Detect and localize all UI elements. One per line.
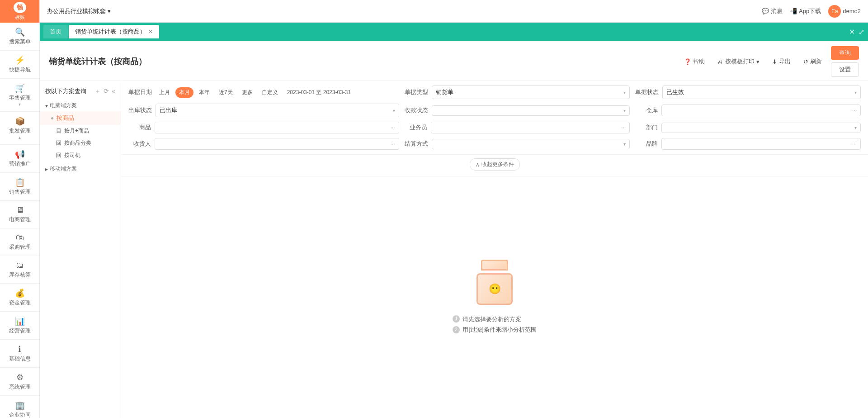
sidebar-item-search[interactable]: 🔍 搜索菜单 [0,23,39,51]
print-icon: 🖨 [717,58,723,65]
operations-icon: 📊 [15,316,25,326]
out-status-select[interactable]: 已出库 ▾ [156,104,399,117]
payment-status-select[interactable]: ▾ [432,105,630,116]
sidebar-item-inventory[interactable]: 🗂 库存核算 [0,256,39,284]
help-btn[interactable]: ❓ 帮助 [680,56,708,67]
sidebar-item-sales[interactable]: 📋 销售管理 [0,173,39,201]
empty-state: 😶 1 请先选择要分析的方案 2 用[过滤]条件来缩小分析范围 [121,176,868,418]
warehouse-label: 仓库 [635,106,658,114]
app-download-btn[interactable]: 📲 App下载 [790,7,821,15]
logo-icon: 畅 [14,2,26,13]
settle-select[interactable]: ▾ [432,139,630,149]
sidebar-item-operations[interactable]: 📊 经营管理 [0,312,39,340]
dept-select[interactable]: ▾ [661,123,861,133]
doc-status-value: 已生效 [666,88,684,96]
salesman-dots-icon: ··· [621,124,626,131]
sidebar-item-marketing[interactable]: 📢 营销推广 [0,145,39,173]
scheme-collapse-icon[interactable]: « [112,87,115,95]
logo-text: 标账 [15,14,25,21]
empty-tip-2: 2 用[过滤]条件来缩小分析范围 [453,324,536,335]
shortcut-last-month[interactable]: 上月 [156,87,174,98]
marketing-icon: 📢 [15,149,25,159]
wholesale-arrow-icon: ▴ [19,135,21,140]
sidebar-item-basic[interactable]: ℹ 基础信息 [0,340,39,368]
goods-cat-label: 按商品分类 [64,139,91,147]
tab-report[interactable]: 销货单统计计表（按商品） ✕ [69,25,159,38]
scheme-item-driver[interactable]: 回 按司机 [40,149,121,162]
sidebar-label-basic: 基础信息 [9,355,31,363]
sidebar-label-retail: 零售管理 [9,94,31,102]
search-icon: 🔍 [15,27,25,37]
sidebar-item-retail[interactable]: 🛒 零售管理 ▾ [0,79,39,112]
page-actions: ❓ 帮助 🖨 按模板打印 ▾ ⬇ 导出 ↺ 刷新 查询 [680,46,859,77]
scheme-group-pc: ▾ 电脑端方案 ● 按商品 目 按月+商品 回 按商品分类 [40,100,121,162]
sales-icon: 📋 [15,177,25,187]
industry-selector[interactable]: 办公用品行业模拟账套 ▾ [47,7,111,15]
maximize-icon[interactable]: ⤢ [859,28,864,36]
scheme-header-label: 按以下方案查询 [45,87,86,95]
collapse-btn[interactable]: ∧ 收起更多条件 [470,158,520,171]
pc-group-label: 电脑端方案 [50,102,77,109]
retail-arrow-icon: ▾ [19,102,21,107]
tip-num-2: 2 [453,326,460,333]
sidebar-item-wholesale[interactable]: 📦 批发管理 ▴ [0,112,39,145]
shortcut-this-month[interactable]: 本月 [175,87,193,98]
driver-label: 按司机 [64,152,80,159]
receiver-select[interactable]: ··· [155,138,399,150]
sidebar-item-purchase[interactable]: 🛍 采购管理 [0,228,39,256]
goods-label: 商品 [128,124,151,132]
user-area[interactable]: Ea demo2 [828,5,861,18]
avatar: Ea [828,5,841,18]
warehouse-select[interactable]: ··· [661,104,861,116]
doc-status-select[interactable]: 已生效 ▾ [662,86,861,99]
goods-cat-icon: 回 [56,139,61,147]
scheme-group-pc-title[interactable]: ▾ 电脑端方案 [40,100,121,111]
scheme-add-icon[interactable]: ＋ [94,87,101,95]
scheme-group-mobile-title[interactable]: ▸ 移动端方案 [40,163,121,175]
date-label: 单据日期 [128,88,152,96]
refresh-btn[interactable]: ↺ 刷新 [800,56,826,67]
out-status-caret-icon: ▾ [393,108,395,113]
brand-select[interactable]: ··· [661,138,861,150]
industry-label: 办公用品行业模拟账套 [47,7,106,15]
brand-dots-icon: ··· [852,141,857,147]
wholesale-icon: 📦 [15,116,25,126]
collapse-row: ∧ 收起更多条件 [121,154,868,174]
print-btn[interactable]: 🖨 按模板打印 ▾ [714,56,763,67]
sidebar-item-ecommerce[interactable]: 🖥 电商管理 [0,201,39,228]
goods-select[interactable]: ··· [155,122,399,133]
sidebar-item-finance[interactable]: 💰 资金管理 [0,284,39,312]
tab-close-icon[interactable]: ✕ [148,28,153,35]
settings-btn[interactable]: 设置 [831,62,859,77]
tip-num-1: 1 [453,315,460,323]
right-content: 单据日期 上月 本月 本年 近7天 更多 自定义 2023-03-01 至 20… [121,81,868,418]
sidebar-item-quicknav[interactable]: ⚡ 快捷导航 [0,51,39,79]
export-btn[interactable]: ⬇ 导出 [769,56,794,67]
close-window-icon[interactable]: ✕ [849,28,855,36]
salesman-select[interactable]: ··· [431,122,630,133]
messages-btn[interactable]: 💬 消息 [762,7,783,15]
collapse-up-icon: ∧ [476,162,480,168]
shortcut-custom[interactable]: 自定义 [258,87,282,98]
tip-text-2: 用[过滤]条件来缩小分析范围 [462,324,536,335]
shortcut-more[interactable]: 更多 [238,87,256,98]
basic-icon: ℹ [18,344,21,354]
doc-type-select[interactable]: 销货单 ▾ [432,86,630,99]
scheme-item-by-goods[interactable]: ● 按商品 [40,111,121,125]
shortcut-this-year[interactable]: 本年 [195,87,213,98]
sidebar-item-system[interactable]: ⚙ 系统管理 [0,368,39,396]
sidebar-item-enterprise[interactable]: 🏢 企业协同 [0,396,39,418]
scheme-panel: 按以下方案查询 ＋ ⟳ « ▾ 电脑端方案 ● 按商品 [40,81,121,418]
sidebar-label-sales: 销售管理 [9,188,31,196]
scheme-refresh-icon[interactable]: ⟳ [104,87,109,95]
scheme-item-month-goods[interactable]: 目 按月+商品 [40,125,121,137]
shortcut-7days[interactable]: 近7天 [215,87,236,98]
logo-area: 畅 标账 [0,0,39,23]
tab-window-controls: ✕ ⤢ [849,28,864,36]
scheme-actions: ＋ ⟳ « [94,87,115,95]
dept-label: 部门 [635,124,658,132]
tab-home[interactable]: 首页 [43,25,68,38]
query-btn[interactable]: 查询 [831,46,859,60]
scheme-item-goods-cat[interactable]: 回 按商品分类 [40,137,121,149]
sidebar-label-search: 搜索菜单 [9,38,31,46]
